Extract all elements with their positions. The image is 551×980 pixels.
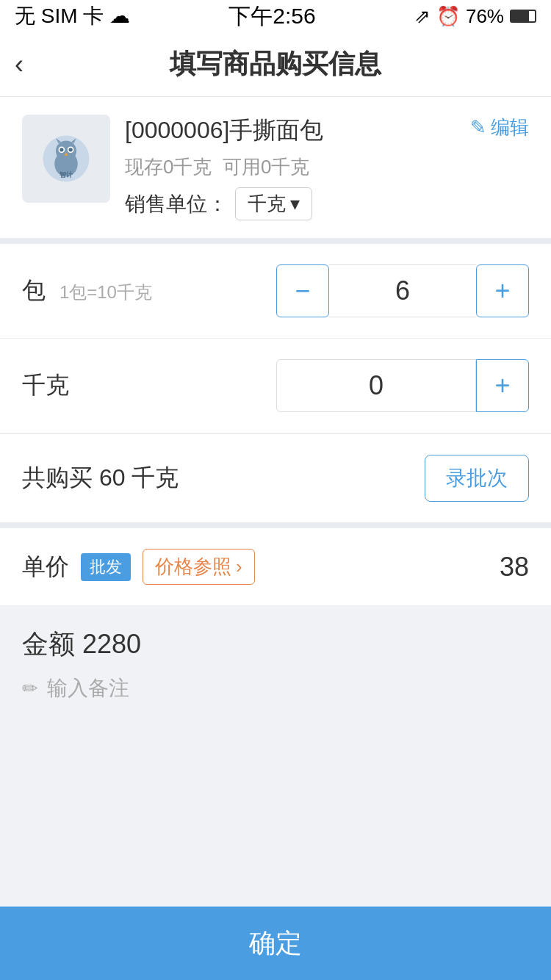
status-left: 无 SIM 卡 ☁ (15, 2, 130, 30)
edit-icon: ✎ (470, 116, 486, 139)
quantity-label-kg: 千克 (22, 370, 276, 402)
total-row: 共购买 60 千克 录批次 (0, 434, 551, 528)
amount-section: 金额 2280 ✏ 输入备注 (0, 606, 551, 723)
chevron-right-icon: › (236, 555, 242, 578)
quantity-bao-input[interactable] (329, 264, 476, 317)
svg-text:智计: 智计 (59, 171, 73, 179)
nav-bar: ‹ 填写商品购买信息 (0, 32, 551, 97)
svg-point-5 (60, 148, 63, 151)
increment-bao-button[interactable]: + (476, 264, 529, 317)
increment-kg-button[interactable]: + (476, 359, 529, 412)
location-icon: ⇗ (414, 5, 431, 28)
price-ref-button[interactable]: 价格参照 › (143, 549, 255, 585)
quantity-controls-kg: + (276, 359, 529, 412)
price-value: 38 (500, 552, 529, 583)
decrement-bao-button[interactable]: − (276, 264, 329, 317)
product-card: 智计 [0000006]手撕面包 现存0千克 可用0千克 销售单位： 千克 ▾ (0, 97, 551, 244)
confirm-button-label: 确定 (249, 926, 302, 962)
price-section: 单价 批发 价格参照 › 38 (0, 528, 551, 606)
product-image: 智计 (22, 115, 110, 203)
unit-select[interactable]: 千克 ▾ (235, 187, 312, 220)
status-bar: 无 SIM 卡 ☁ 下午2:56 ⇗ ⏰ 76% (0, 0, 551, 32)
product-image-logo: 智计 (40, 133, 92, 184)
chevron-down-icon: ▾ (290, 192, 300, 215)
quantity-controls-bao: − + (276, 264, 529, 317)
quantity-row-bao: 包 1包=10千克 − + (0, 244, 551, 339)
back-button[interactable]: ‹ (15, 49, 24, 80)
product-card-wrapper: 智计 [0000006]手撕面包 现存0千克 可用0千克 销售单位： 千克 ▾ … (0, 97, 551, 244)
battery-icon (510, 10, 536, 23)
note-row[interactable]: ✏ 输入备注 (22, 674, 529, 702)
bottom-spacer (0, 723, 551, 796)
batch-button[interactable]: 录批次 (425, 455, 529, 502)
status-right: ⇗ ⏰ 76% (414, 5, 536, 28)
confirm-bar[interactable]: 确定 (0, 907, 551, 980)
price-tag: 批发 (81, 553, 131, 581)
page-title: 填写商品购买信息 (170, 46, 381, 82)
quantity-kg-input[interactable] (276, 359, 476, 412)
note-placeholder: 输入备注 (47, 674, 129, 702)
amount-row: 金额 2280 (22, 627, 529, 663)
product-name: [0000006]手撕面包 (125, 115, 529, 147)
svg-point-6 (69, 148, 73, 151)
product-unit: 销售单位： 千克 ▾ (125, 187, 529, 220)
quantity-hint: 1包=10千克 (60, 282, 152, 302)
quantity-row-kg: 千克 + (0, 339, 551, 433)
battery-label: 76% (466, 5, 504, 28)
quantity-section: 包 1包=10千克 − + 千克 + (0, 244, 551, 434)
product-stock: 现存0千克 可用0千克 (125, 154, 529, 180)
quantity-label-bao: 包 1包=10千克 (22, 275, 276, 307)
price-label: 单价 (22, 551, 69, 583)
status-signal: 无 SIM 卡 ☁ (15, 2, 130, 30)
edit-button[interactable]: ✎ 编辑 (470, 115, 529, 140)
total-text: 共购买 60 千克 (22, 462, 179, 494)
status-time: 下午2:56 (228, 1, 315, 32)
product-info: [0000006]手撕面包 现存0千克 可用0千克 销售单位： 千克 ▾ (125, 115, 529, 220)
alarm-icon: ⏰ (436, 5, 460, 28)
pencil-icon: ✏ (22, 677, 38, 700)
